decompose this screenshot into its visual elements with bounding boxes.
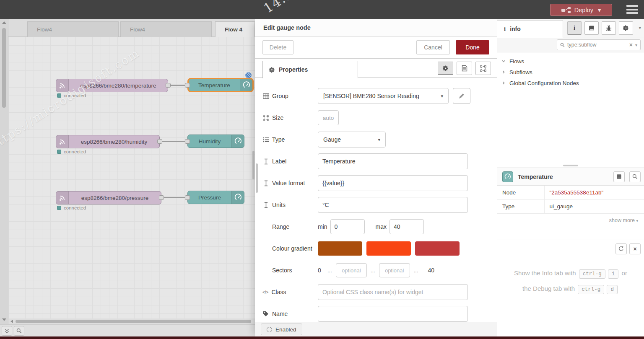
sectors-end-value: 40 [428, 267, 435, 274]
gauge-node-icon [502, 171, 513, 182]
find-node-button[interactable] [629, 171, 641, 182]
node-label: esp8266/bme280/pressure [69, 191, 161, 204]
toggle-circle-icon [267, 327, 272, 332]
sector-1-input[interactable] [336, 263, 367, 277]
label-input[interactable] [318, 153, 468, 169]
search-icon [560, 43, 565, 47]
units-input[interactable] [318, 197, 468, 213]
input-port[interactable] [185, 83, 190, 88]
sidebar-config-button[interactable] [619, 21, 633, 35]
cancel-button[interactable]: Cancel [416, 40, 450, 54]
sectors-dots: ... [327, 267, 332, 274]
clear-search-icon[interactable]: × [629, 41, 633, 48]
range-max-input[interactable] [390, 219, 424, 234]
size-auto-button[interactable]: auto [318, 110, 339, 125]
flow-canvas[interactable]: esp8266/bme280/temperature Temperature c… [8, 37, 255, 318]
palette-scroll-up-icon[interactable] [2, 21, 6, 24]
tab-info[interactable]: i info [497, 20, 563, 38]
sidebar-search-input[interactable]: type:subflow × ▾ [557, 39, 641, 50]
status-text: connected [64, 93, 86, 98]
value-format-input[interactable] [318, 175, 468, 191]
close-icon[interactable]: × [629, 243, 641, 254]
mqtt-in-node-pressure[interactable]: esp8266/bme280/pressure [56, 191, 161, 204]
class-input[interactable] [318, 284, 468, 300]
double-chevron-down-icon [5, 329, 9, 334]
tab-label: Flow 4 [225, 26, 242, 33]
bug-icon [606, 25, 612, 31]
name-input[interactable] [318, 306, 468, 322]
output-port[interactable] [159, 195, 164, 200]
palette-scroll-down-icon[interactable] [2, 318, 6, 321]
canvas-vertical-scrollbar-thumb[interactable] [252, 151, 254, 179]
collapse-footer-button[interactable] [2, 326, 12, 336]
sidebar-info-button[interactable]: i [567, 21, 582, 35]
workspace-footer [0, 324, 255, 336]
sidebar-menu-caret-icon[interactable]: ▾ [639, 25, 641, 31]
description-view-button[interactable] [457, 62, 472, 75]
tab-info-label: info [510, 26, 521, 32]
properties-view-button[interactable] [438, 62, 453, 75]
node-label: Pressure [188, 191, 231, 204]
canvas-horizontal-scrollbar[interactable] [8, 318, 255, 324]
gradient-swatch-2[interactable] [366, 241, 411, 256]
edit-node-tray: Edit gauge node Delete Cancel Done Prope… [255, 19, 497, 339]
help-line-1: Show the Info tab with ctrl-gi or [497, 265, 644, 281]
deploy-dropdown-caret-icon[interactable]: ▾ [598, 7, 601, 13]
sidebar-help-button[interactable] [584, 21, 599, 35]
node-id-value: "2a535a55538e11ab" [544, 186, 644, 199]
code-icon: </> [262, 290, 268, 295]
refresh-button[interactable] [615, 243, 627, 254]
palette-scrollbar[interactable] [0, 19, 8, 324]
mqtt-in-node-humidity[interactable]: esp8266/bme280/humidity [56, 135, 160, 148]
show-more-link[interactable]: show more ▾ [497, 214, 644, 227]
search-options-caret-icon[interactable]: ▾ [635, 43, 637, 47]
tab-label: Flow4 [130, 26, 145, 33]
zoom-search-button[interactable] [14, 326, 24, 336]
tab-flow4-1[interactable]: Flow4 [27, 21, 119, 37]
app-header: Deploy ▾ [0, 0, 644, 19]
sectors-field-label: Sectors [262, 267, 318, 274]
enabled-toggle-button[interactable]: Enabled [261, 323, 302, 335]
edit-group-button[interactable] [453, 88, 470, 104]
gradient-swatch-3[interactable] [415, 241, 460, 256]
mqtt-in-node-temperature[interactable]: esp8266/bme280/temperature [56, 79, 168, 92]
tree-item-subflows[interactable]: Subflows [497, 67, 644, 78]
deploy-button[interactable]: Deploy ▾ [550, 4, 612, 16]
node-status: connected [57, 93, 86, 98]
status-text: connected [64, 149, 86, 154]
scroll-left-icon[interactable] [10, 320, 13, 323]
range-max-label: max [376, 223, 387, 230]
main-menu-icon[interactable] [626, 5, 638, 14]
delete-button[interactable]: Delete [262, 40, 293, 54]
canvas-horizontal-scrollbar-thumb[interactable] [16, 320, 251, 323]
sidebar-debug-button[interactable] [602, 21, 616, 35]
input-port[interactable] [185, 195, 190, 200]
kbd-d: d [607, 285, 618, 294]
gradient-swatch-1[interactable] [318, 241, 362, 256]
output-port[interactable] [157, 139, 162, 144]
appearance-view-button[interactable] [475, 62, 491, 75]
done-button[interactable]: Done [456, 40, 489, 54]
gauge-node-pressure[interactable]: Pressure [187, 191, 244, 204]
output-port[interactable] [166, 83, 171, 88]
tray-scrollbar-thumb[interactable] [256, 163, 258, 193]
chevron-down-icon: ▾ [372, 137, 380, 142]
tab-properties[interactable]: Properties [262, 61, 358, 78]
node-label: Humidity [188, 135, 231, 148]
sector-2-input[interactable] [379, 263, 410, 277]
tab-flow4-active[interactable]: Flow 4 [215, 21, 255, 37]
palette-scrollbar-thumb[interactable] [2, 28, 6, 108]
tree-item-flows[interactable]: Flows [497, 56, 644, 67]
tree-item-global-config[interactable]: Global Configuration Nodes [497, 78, 644, 88]
sidebar-section-resize-handle[interactable] [497, 165, 644, 168]
node-help-button[interactable] [613, 171, 625, 182]
drag-handle[interactable] [563, 165, 578, 166]
input-port[interactable] [185, 139, 190, 144]
type-select[interactable]: Gauge ▾ [318, 132, 386, 148]
gauge-node-temperature[interactable]: Temperature [187, 78, 254, 92]
gauge-node-humidity[interactable]: Humidity [187, 135, 244, 148]
group-select[interactable]: [SENSOR] BME280 Sensor Reading ▾ [318, 88, 449, 104]
range-min-input[interactable] [330, 219, 365, 234]
tab-flow4-2[interactable]: Flow4 [120, 21, 212, 37]
range-min-label: min [318, 223, 327, 230]
